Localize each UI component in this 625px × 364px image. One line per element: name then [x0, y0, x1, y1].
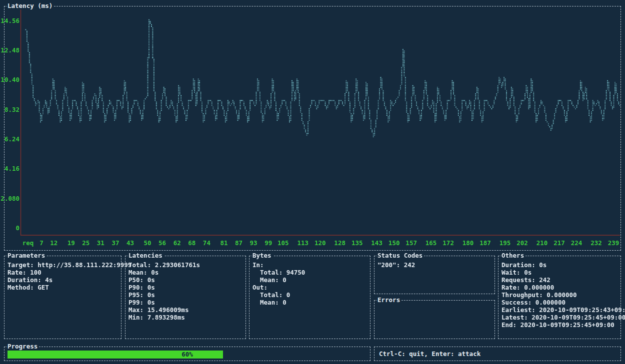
x-tick-label: 239 — [608, 239, 620, 247]
x-tick-label: 143 — [371, 239, 382, 247]
x-tick-label: 56 — [158, 239, 166, 247]
stat-line: Target: http://35.88.111.222:9999 — [8, 261, 118, 269]
bytes-panel: Bytes In: Total: 94750 Mean: 0Out: Total… — [249, 256, 370, 339]
y-tick-label: 10.40 — [0, 76, 20, 83]
x-tick-label: 202 — [516, 239, 528, 247]
stat-line: Rate: 0.000000 — [502, 284, 618, 291]
y-axis-tick-labels: 14.5612.4810.408.326.244.162.0800 — [3, 0, 20, 240]
stat-line: Method: GET — [8, 284, 118, 291]
stat-line: Success: 0.000000 — [502, 299, 618, 306]
x-tick-label: 99 — [264, 239, 272, 247]
stat-line: Total: 94750 — [252, 269, 367, 276]
stat-line: P99: 0s — [128, 299, 242, 306]
x-tick-label: 87 — [235, 239, 242, 247]
stat-line: Latest: 2020-10-09T09:25:45+09:00 — [502, 314, 618, 321]
stat-line: P95: 0s — [128, 291, 242, 299]
others-panel: Others Duration: 0sWait: 0sRequests: 242… — [498, 256, 621, 339]
stat-line: Total: 2.293061761s — [128, 261, 242, 269]
stat-line: End: 2020-10-09T09:25:45+09:00 — [502, 321, 618, 329]
y-tick-label: 4.16 — [4, 165, 20, 172]
stat-line: Out: — [252, 284, 367, 291]
x-tick-label: 74 — [203, 239, 210, 247]
stat-line: Total: 0 — [252, 291, 367, 299]
x-axis-unit-label: req — [22, 239, 34, 247]
x-tick-label: 93 — [250, 239, 258, 247]
x-tick-label: 25 — [82, 239, 90, 247]
x-tick-label: 113 — [297, 239, 308, 247]
stat-line: Throughput: 0.000000 — [502, 291, 618, 299]
latency-chart-canvas — [0, 0, 625, 255]
ali-terminal-screen[interactable]: Latency (ms) 14.5612.4810.408.326.244.16… — [0, 0, 625, 364]
stat-line: Earliest: 2020-10-09T09:25:43+09:00 — [502, 306, 618, 314]
x-axis-tick-labels: req7121925313743505662687481879399105113… — [0, 239, 625, 248]
x-tick-label: 217 — [554, 239, 565, 247]
y-tick-label: 0 — [16, 224, 20, 232]
x-tick-label: 37 — [112, 239, 119, 247]
x-tick-label: 12 — [50, 239, 58, 247]
x-tick-label: 81 — [220, 239, 228, 247]
x-tick-label: 157 — [406, 239, 417, 247]
x-tick-label: 224 — [571, 239, 582, 247]
x-tick-label: 50 — [144, 239, 152, 247]
parameters-stats: Target: http://35.88.111.222:9999Rate: 1… — [4, 256, 121, 291]
x-tick-label: 7 — [40, 239, 44, 247]
x-tick-label: 62 — [174, 239, 181, 247]
x-tick-label: 180 — [462, 239, 474, 247]
status-codes-panel: Status Codes "200": 242 — [374, 256, 495, 294]
stat-line: Mean: 0 — [252, 276, 367, 284]
y-tick-label: 8.32 — [4, 106, 20, 113]
stat-line: In: — [252, 261, 367, 269]
latencies-panel: Latencies Total: 2.293061761sMean: 0sP50… — [125, 256, 246, 339]
stat-line: Rate: 100 — [8, 269, 118, 276]
y-tick-label: 2.080 — [0, 195, 20, 202]
stat-line: Duration: 4s — [8, 276, 118, 284]
stat-line: P50: 0s — [128, 276, 242, 284]
x-tick-label: 172 — [442, 239, 454, 247]
others-stats: Duration: 0sWait: 0sRequests: 242Rate: 0… — [498, 256, 620, 329]
stat-line: Min: 7.893298ms — [128, 314, 242, 321]
latencies-stats: Total: 2.293061761sMean: 0sP50: 0sP90: 0… — [126, 256, 246, 321]
x-tick-label: 150 — [388, 239, 400, 247]
stat-line: Requests: 242 — [502, 276, 618, 284]
parameters-panel: Parameters Target: http://35.88.111.222:… — [4, 256, 122, 339]
stat-line: Duration: 0s — [502, 261, 618, 269]
keybindings-panel: Ctrl-C: quit, Enter: attack — [374, 347, 621, 361]
x-tick-label: 120 — [314, 239, 326, 247]
x-tick-label: 232 — [590, 239, 602, 247]
stat-line: Max: 15.496009ms — [128, 306, 242, 314]
stat-line: Wait: 0s — [502, 269, 618, 276]
keybindings-hint-text: Ctrl-C: quit, Enter: attack — [374, 347, 620, 358]
progress-panel: Progress 60% — [4, 347, 370, 361]
progress-percent-label: 60% — [182, 351, 193, 359]
stat-line: Mean: 0 — [252, 299, 367, 306]
x-tick-label: 165 — [426, 239, 437, 247]
x-tick-label: 19 — [68, 239, 75, 247]
stat-line: Mean: 0s — [128, 269, 242, 276]
y-tick-label: 6.24 — [4, 135, 20, 143]
errors-stats — [374, 301, 494, 306]
progress-track: 60% — [8, 351, 367, 359]
x-tick-label: 195 — [500, 239, 511, 247]
x-tick-label: 43 — [126, 239, 134, 247]
x-tick-label: 210 — [536, 239, 548, 247]
x-tick-label: 31 — [97, 239, 104, 247]
x-tick-label: 187 — [480, 239, 491, 247]
stat-line: "200": 242 — [378, 261, 492, 269]
stat-line: P90: 0s — [128, 284, 242, 291]
y-tick-label: 14.56 — [0, 17, 20, 24]
x-tick-label: 105 — [278, 239, 289, 247]
status-codes-stats: "200": 242 — [374, 256, 494, 269]
x-tick-label: 128 — [334, 239, 346, 247]
errors-panel: Errors — [374, 300, 495, 339]
x-tick-label: 135 — [352, 239, 363, 247]
bytes-stats: In: Total: 94750 Mean: 0Out: Total: 0 Me… — [250, 256, 370, 306]
y-tick-label: 12.48 — [0, 46, 20, 54]
progress-panel-title: Progress — [7, 343, 39, 351]
x-tick-label: 68 — [188, 239, 196, 247]
